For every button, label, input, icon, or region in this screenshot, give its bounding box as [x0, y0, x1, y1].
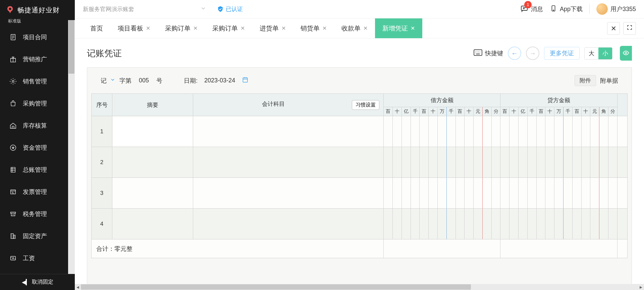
amount-digit-cell[interactable]: [465, 178, 474, 209]
tab-new-voucher[interactable]: 新增凭证✕: [375, 18, 422, 38]
amount-digit-cell[interactable]: [482, 178, 491, 209]
account-cell[interactable]: [193, 209, 384, 239]
amount-digit-cell[interactable]: [411, 147, 420, 178]
amount-digit-cell[interactable]: [393, 147, 402, 178]
sidebar-item-fixed-assets[interactable]: 固定资产: [0, 225, 75, 247]
date-value[interactable]: 2023-03-24: [202, 77, 238, 84]
amount-digit-cell[interactable]: [563, 147, 572, 178]
amount-digit-cell[interactable]: [519, 209, 528, 239]
tab-receipt[interactable]: 收款单✕: [334, 18, 375, 38]
amount-digit-cell[interactable]: [581, 178, 590, 209]
amount-digit-cell[interactable]: [509, 116, 519, 147]
amount-digit-cell[interactable]: [572, 147, 581, 178]
side-panel-button[interactable]: [620, 46, 632, 61]
amount-digit-cell[interactable]: [438, 178, 447, 209]
size-large-button[interactable]: 大: [585, 48, 598, 59]
amount-digit-cell[interactable]: [429, 116, 438, 147]
fullscreen-button[interactable]: [623, 22, 636, 35]
tab-goods-receipt[interactable]: 进货单✕: [252, 18, 293, 38]
amount-digit-cell[interactable]: [509, 209, 519, 239]
amount-digit-cell[interactable]: [545, 116, 554, 147]
amount-digit-cell[interactable]: [491, 178, 500, 209]
amount-digit-cell[interactable]: [536, 147, 545, 178]
close-icon[interactable]: ✕: [240, 25, 245, 31]
amount-digit-cell[interactable]: [482, 147, 491, 178]
amount-digit-cell[interactable]: [590, 147, 599, 178]
seq-number[interactable]: 005: [136, 77, 152, 84]
close-icon[interactable]: ✕: [322, 25, 327, 31]
amount-digit-cell[interactable]: [536, 178, 545, 209]
next-voucher-button[interactable]: →: [526, 47, 539, 60]
amount-digit-cell[interactable]: [438, 116, 447, 147]
sidebar-item-ledger[interactable]: 总账管理: [0, 159, 75, 181]
amount-digit-cell[interactable]: [420, 116, 429, 147]
amount-digit-cell[interactable]: [429, 178, 438, 209]
sidebar-item-operations[interactable]: 经营管理: [0, 269, 75, 274]
summary-cell[interactable]: [112, 116, 193, 147]
tab-purchase-order-1[interactable]: 采购订单✕: [158, 18, 205, 38]
shortcut-button[interactable]: 快捷键: [474, 49, 503, 58]
amount-digit-cell[interactable]: [393, 209, 402, 239]
amount-digit-cell[interactable]: [420, 209, 429, 239]
amount-digit-cell[interactable]: [393, 178, 402, 209]
close-icon[interactable]: ✕: [411, 25, 415, 31]
amount-digit-cell[interactable]: [527, 116, 536, 147]
amount-digit-cell[interactable]: [599, 116, 608, 147]
sidebar-item-tax[interactable]: 税务管理: [0, 203, 75, 225]
amount-digit-cell[interactable]: [599, 147, 608, 178]
amount-digit-cell[interactable]: [446, 116, 455, 147]
summary-cell[interactable]: [112, 147, 193, 178]
account-select[interactable]: 新服务官网演示账套: [83, 5, 210, 13]
habit-settings-button[interactable]: 习惯设置: [352, 100, 379, 110]
amount-digit-cell[interactable]: [384, 178, 393, 209]
amount-digit-cell[interactable]: [438, 147, 447, 178]
amount-digit-cell[interactable]: [474, 116, 483, 147]
amount-digit-cell[interactable]: [581, 147, 590, 178]
amount-digit-cell[interactable]: [491, 116, 500, 147]
amount-digit-cell[interactable]: [527, 147, 536, 178]
close-icon[interactable]: ✕: [281, 25, 286, 31]
account-cell[interactable]: [193, 178, 384, 209]
voucher-type-field[interactable]: 记: [101, 77, 115, 85]
close-icon[interactable]: ✕: [363, 25, 368, 31]
calendar-icon[interactable]: [242, 76, 249, 85]
messages-button[interactable]: 消息 1: [520, 4, 543, 14]
amount-digit-cell[interactable]: [446, 209, 455, 239]
amount-digit-cell[interactable]: [420, 178, 429, 209]
amount-digit-cell[interactable]: [429, 147, 438, 178]
amount-digit-cell[interactable]: [554, 209, 564, 239]
amount-digit-cell[interactable]: [554, 116, 564, 147]
amount-digit-cell[interactable]: [608, 116, 617, 147]
amount-digit-cell[interactable]: [438, 209, 447, 239]
size-small-button[interactable]: 小: [598, 48, 612, 59]
amount-digit-cell[interactable]: [519, 116, 528, 147]
amount-digit-cell[interactable]: [527, 178, 536, 209]
amount-digit-cell[interactable]: [491, 209, 500, 239]
amount-digit-cell[interactable]: [608, 178, 617, 209]
account-cell[interactable]: [193, 116, 384, 147]
amount-digit-cell[interactable]: [527, 209, 536, 239]
amount-digit-cell[interactable]: [590, 178, 599, 209]
app-download-button[interactable]: App下载: [550, 5, 583, 14]
summary-input[interactable]: [114, 118, 192, 145]
close-all-button[interactable]: ✕: [607, 22, 620, 35]
amount-digit-cell[interactable]: [420, 147, 429, 178]
row-action[interactable]: [617, 147, 627, 178]
amount-digit-cell[interactable]: [500, 178, 509, 209]
amount-digit-cell[interactable]: [519, 178, 528, 209]
amount-digit-cell[interactable]: [446, 178, 455, 209]
amount-digit-cell[interactable]: [500, 209, 509, 239]
amount-digit-cell[interactable]: [500, 116, 509, 147]
amount-digit-cell[interactable]: [401, 116, 411, 147]
scrollbar-track[interactable]: [81, 284, 638, 290]
amount-digit-cell[interactable]: [572, 178, 581, 209]
amount-digit-cell[interactable]: [509, 147, 519, 178]
amount-digit-cell[interactable]: [590, 116, 599, 147]
sidebar-item-project-contract[interactable]: 项目合同: [0, 26, 75, 48]
tab-project-board[interactable]: 项目看板✕: [110, 18, 158, 38]
amount-digit-cell[interactable]: [572, 116, 581, 147]
amount-digit-cell[interactable]: [455, 116, 465, 147]
amount-digit-cell[interactable]: [384, 209, 393, 239]
sidebar-item-purchase[interactable]: 采购管理: [0, 92, 75, 115]
summary-cell[interactable]: [112, 209, 193, 239]
